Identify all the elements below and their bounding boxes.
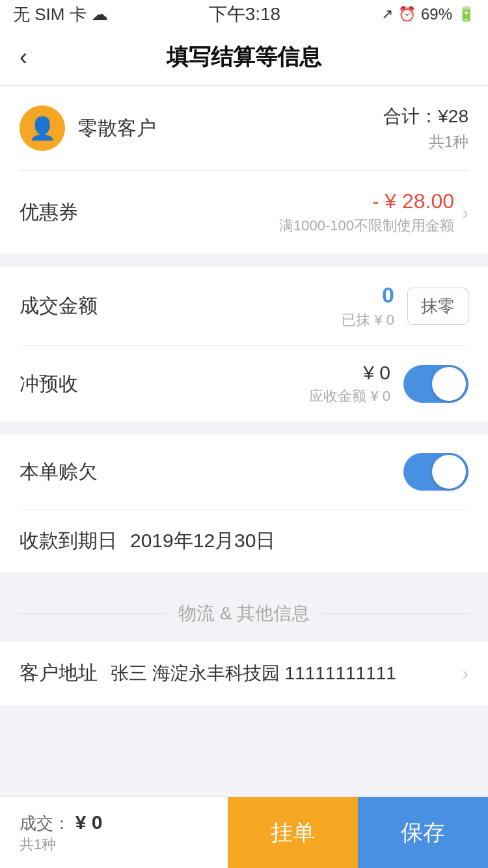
content-area: 👤 零散客户 合计：¥28 共1种 优惠券 - ¥ 28.00 满1000-10… (0, 86, 488, 796)
nav-bar: ‹ 填写结算等信息 (0, 29, 488, 86)
prepay-value-block: ¥ 0 应收金额 ¥ 0 (309, 362, 390, 406)
status-right: ↗ ⏰ 69% 🔋 (381, 5, 475, 23)
sim-label: 无 SIM 卡 ☁ (13, 3, 108, 26)
duedate-row: 收款到期日 2019年12月30日 (0, 509, 488, 573)
prepay-label: 冲预收 (20, 371, 78, 398)
pending-button[interactable]: 挂单 (228, 797, 358, 869)
customer-name: 零散客户 (78, 115, 156, 142)
amount-value: 0 (342, 282, 394, 308)
coupon-value-block: - ¥ 28.00 满1000-100不限制使用金额 (279, 189, 454, 236)
bottom-summary: 成交： ¥ 0 共1种 (0, 811, 228, 854)
back-button[interactable]: ‹ (20, 44, 27, 71)
save-button[interactable]: 保存 (358, 797, 488, 869)
battery-icon: 🔋 (457, 6, 475, 23)
customer-card: 👤 零散客户 合计：¥28 共1种 优惠券 - ¥ 28.00 满1000-10… (0, 86, 488, 254)
coupon-label: 优惠券 (20, 199, 78, 226)
prepay-toggle[interactable] (403, 365, 468, 403)
amount-value-block: 0 已抹 ¥ 0 (342, 282, 394, 330)
chevron-right-icon: › (462, 202, 468, 224)
debt-label: 本单赊欠 (20, 459, 98, 485)
avatar-icon: 👤 (29, 115, 56, 141)
total-count: 共1种 (383, 131, 468, 152)
address-chevron-icon: › (462, 662, 468, 685)
status-bar: 无 SIM 卡 ☁ 下午3:18 ↗ ⏰ 69% 🔋 (0, 0, 488, 29)
duedate-label: 收款到期日 (20, 528, 117, 554)
total-amount: 合计：¥28 (383, 104, 468, 129)
round-button[interactable]: 抹零 (407, 288, 468, 325)
bottom-bar: 成交： ¥ 0 共1种 挂单 保存 (0, 796, 488, 868)
bottom-title-label: 成交： (20, 813, 70, 833)
amount-label: 成交金额 (20, 293, 98, 319)
location-icon: ↗ (381, 6, 393, 23)
logistics-section: 物流 & 其他信息 (0, 586, 488, 642)
logistics-divider-left (20, 614, 165, 614)
coupon-right: - ¥ 28.00 满1000-100不限制使用金额 › (279, 189, 468, 236)
alarm-icon: ⏰ (398, 6, 416, 23)
logistics-label: 物流 & 其他信息 (178, 601, 310, 626)
status-time: 下午3:18 (209, 2, 281, 27)
amount-right: 0 已抹 ¥ 0 抹零 (342, 282, 468, 330)
avatar: 👤 (20, 105, 65, 151)
coupon-description: 满1000-100不限制使用金额 (279, 216, 454, 236)
address-row[interactable]: 客户地址 张三 海淀永丰科技园 11111111111 › (0, 642, 488, 705)
debt-card: 本单赊欠 收款到期日 2019年12月30日 (0, 435, 488, 573)
amount-sub: 已抹 ¥ 0 (342, 310, 394, 330)
duedate-value: 2019年12月30日 (130, 528, 275, 554)
coupon-row[interactable]: 优惠券 - ¥ 28.00 满1000-100不限制使用金额 › (0, 171, 488, 254)
prepay-row: 冲预收 ¥ 0 应收金额 ¥ 0 (0, 346, 488, 422)
bottom-amount: ¥ 0 (75, 811, 103, 833)
toggle-knob (432, 367, 466, 401)
pending-button-label: 挂单 (271, 818, 315, 848)
debt-toggle-knob (432, 455, 466, 489)
logistics-divider-right (323, 614, 468, 614)
customer-row: 👤 零散客户 合计：¥28 共1种 (0, 86, 488, 170)
customer-left: 👤 零散客户 (20, 105, 156, 151)
customer-right: 合计：¥28 共1种 (383, 104, 468, 152)
debt-toggle[interactable] (403, 453, 468, 491)
prepay-sub: 应收金额 ¥ 0 (309, 387, 390, 406)
battery-label: 69% (421, 5, 452, 23)
prepay-amount: ¥ 0 (309, 362, 390, 384)
bottom-title-row: 成交： ¥ 0 (20, 811, 208, 835)
debt-row: 本单赊欠 (0, 435, 488, 509)
status-left: 无 SIM 卡 ☁ (13, 3, 108, 26)
address-card: 客户地址 张三 海淀永丰科技园 11111111111 › (0, 642, 488, 705)
amount-row: 成交金额 0 已抹 ¥ 0 抹零 (0, 267, 488, 346)
prepay-right: ¥ 0 应收金额 ¥ 0 (309, 362, 468, 406)
coupon-discount: - ¥ 28.00 (279, 189, 454, 213)
transaction-card: 成交金额 0 已抹 ¥ 0 抹零 冲预收 ¥ 0 应收金额 ¥ 0 (0, 267, 488, 422)
address-value: 张三 海淀永丰科技园 11111111111 (111, 661, 462, 686)
bottom-count: 共1种 (20, 835, 208, 854)
save-button-label: 保存 (401, 818, 445, 848)
address-label: 客户地址 (20, 660, 98, 686)
page-title: 填写结算等信息 (167, 42, 321, 72)
